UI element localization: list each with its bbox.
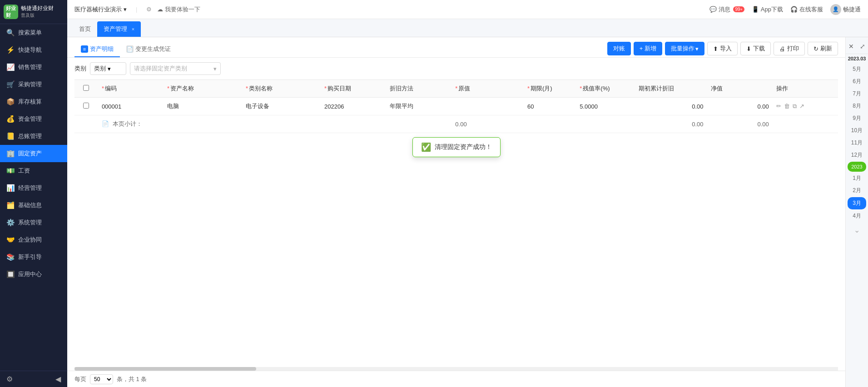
subtotal-empty-3 <box>576 115 635 133</box>
app-download-button[interactable]: 📱 App下载 <box>752 5 783 14</box>
nav-label-finance: 资金管理 <box>18 115 42 123</box>
sub-tab-asset-list[interactable]: ≡ 资产明细 <box>74 42 120 57</box>
enterprise-icon: 🤝 <box>6 236 15 244</box>
operation-icon: 📊 <box>6 184 15 192</box>
row-name: 电脑 <box>164 98 242 115</box>
app-version: 普及版 <box>21 12 54 19</box>
month-9[interactable]: 9月 <box>846 112 868 124</box>
panel-close-icon[interactable]: ✕ <box>848 43 854 50</box>
toast-notification: ✅ 清理固定资产成功！ <box>412 137 501 157</box>
category-input[interactable]: 请选择固定资产类别 ▾ <box>130 62 221 75</box>
horizontal-scrollbar[interactable] <box>74 367 838 371</box>
asset-table: *编码 *资产名称 *类别名称 *购买日期 折旧方法 *原值 *期限(月) *残… <box>74 79 838 133</box>
copy-icon[interactable]: ⧉ <box>793 103 797 110</box>
row-period: 60 <box>524 98 576 115</box>
user-avatar[interactable]: 👤 畅捷通 <box>830 4 861 15</box>
row-actions: ✏ 🗑 ⧉ ↗ <box>773 98 838 115</box>
nav-label-app-center: 应用中心 <box>18 270 42 278</box>
online-service-button[interactable]: 🎧 在线客服 <box>790 5 823 14</box>
panel-expand-icon[interactable]: ⤢ <box>860 43 865 50</box>
th-method: 折旧方法 <box>386 80 451 98</box>
row-category: 电子设备 <box>242 98 321 115</box>
inventory-icon: 📦 <box>6 98 15 106</box>
sub-tab-change-voucher[interactable]: 📄 变更生成凭证 <box>120 42 177 57</box>
nav-item-finance[interactable]: 💰 资金管理 <box>0 110 67 128</box>
delete-icon[interactable]: 🗑 <box>784 103 790 110</box>
nav-item-quick[interactable]: ⚡ 快捷导航 <box>0 41 67 59</box>
settings-icon[interactable]: ⚙ <box>6 375 13 383</box>
month-8[interactable]: 8月 <box>846 100 868 112</box>
nav-item-system[interactable]: ⚙️ 系统管理 <box>0 214 67 231</box>
tab-asset-label: 资产管理 <box>104 25 127 32</box>
category-value: 类别 <box>94 64 106 73</box>
more-icon[interactable]: ↗ <box>799 103 804 110</box>
category-select[interactable]: 类别 ▾ <box>90 62 126 75</box>
nav-item-inventory[interactable]: 📦 库存核算 <box>0 93 67 110</box>
purchase-icon: 🛒 <box>6 80 15 89</box>
nav-item-ledger[interactable]: 📒 总账管理 <box>0 128 67 145</box>
import-button[interactable]: ⬆ 导入 <box>707 42 738 55</box>
scrollbar-thumb[interactable] <box>74 367 256 371</box>
message-button[interactable]: 💬 消息 99+ <box>709 5 744 14</box>
message-label: 消息 <box>719 5 730 14</box>
edit-icon[interactable]: ✏ <box>776 103 781 110</box>
sub-tab-asset-list-label: 资产明细 <box>90 45 114 53</box>
per-page-select[interactable]: 50 100 200 <box>90 374 113 384</box>
tab-home[interactable]: 首页 <box>73 21 97 37</box>
ledger-icon: 📒 <box>6 132 15 140</box>
nav-item-operation[interactable]: 📊 经营管理 <box>0 179 67 197</box>
month-7[interactable]: 7月 <box>846 88 868 100</box>
print-button[interactable]: 🖨 打印 <box>774 42 805 55</box>
month-12[interactable]: 12月 <box>846 149 868 161</box>
nav-item-enterprise[interactable]: 🤝 企业协同 <box>0 231 67 248</box>
nav-item-salary[interactable]: 💵 工资 <box>0 162 67 179</box>
nav-item-app-center[interactable]: 🔲 应用中心 <box>0 266 67 283</box>
settings-gear-icon[interactable]: ⚙ <box>146 6 152 13</box>
quick-nav-icon: ⚡ <box>6 46 15 54</box>
content-area: ≡ 资产明细 📄 变更生成凭证 对账 + 新增 批量操作 ▾ ⬆ <box>67 37 868 387</box>
subtotal-accum: 0.00 <box>635 115 707 133</box>
filter-bar: 类别 类别 ▾ 请选择固定资产类别 ▾ <box>67 58 845 79</box>
nav-item-sales[interactable]: 📈 销售管理 <box>0 59 67 76</box>
subtotal-empty-2 <box>524 115 576 133</box>
tab-close-icon[interactable]: × <box>132 26 134 32</box>
download-button[interactable]: ⬇ 下载 <box>740 42 771 55</box>
select-all-checkbox[interactable] <box>83 85 89 91</box>
nav-item-fixed-asset[interactable]: 🏢 固定资产 <box>0 145 67 162</box>
month-3-current[interactable]: 3月 <box>848 197 866 209</box>
nav-label-inventory: 库存核算 <box>18 98 42 106</box>
search-icon: 🔍 <box>6 29 15 37</box>
th-residual: *残值率(%) <box>576 80 635 98</box>
experience-button[interactable]: ☁ 我要体验一下 <box>157 5 200 14</box>
reconcile-button[interactable]: 对账 <box>607 42 631 55</box>
new-button[interactable]: + 新增 <box>634 42 662 55</box>
category-label: 类别 <box>74 64 86 73</box>
basic-icon: 🗂️ <box>6 201 15 209</box>
th-accum: 期初累计折旧 <box>635 80 707 98</box>
row-checkbox[interactable] <box>83 103 89 109</box>
nav-item-guide[interactable]: 📚 新手引导 <box>0 248 67 266</box>
company-selector[interactable]: 医疗器械行业演示 ▾ <box>74 5 127 14</box>
tab-asset-management[interactable]: 资产管理 × <box>97 21 141 37</box>
nav-item-purchase[interactable]: 🛒 采购管理 <box>0 76 67 93</box>
collapse-icon[interactable]: ◀ <box>55 375 61 383</box>
nav-item-search[interactable]: 🔍 搜索菜单 <box>0 24 67 41</box>
refresh-button[interactable]: ↻ 刷新 <box>808 42 838 55</box>
year-marker-2023[interactable]: 2023 <box>848 162 866 172</box>
month-11[interactable]: 11月 <box>846 137 868 149</box>
month-2[interactable]: 2月 <box>846 184 868 197</box>
month-4[interactable]: 4月 <box>846 210 868 222</box>
month-5[interactable]: 5月 <box>846 63 868 75</box>
batch-ops-button[interactable]: 批量操作 ▾ <box>665 42 704 55</box>
per-page-label: 每页 <box>74 375 86 383</box>
subtotal-original: 0.00 <box>451 115 524 133</box>
panel-year-label: 2023.03 <box>845 54 868 63</box>
nav-item-basic[interactable]: 🗂️ 基础信息 <box>0 197 67 214</box>
th-name: *资产名称 <box>164 80 242 98</box>
month-1[interactable]: 1月 <box>846 172 868 184</box>
month-6[interactable]: 6月 <box>846 75 868 88</box>
row-method: 年限平均 <box>386 98 451 115</box>
avatar-icon: 👤 <box>830 4 841 15</box>
topbar-divider: | <box>136 6 137 13</box>
month-10[interactable]: 10月 <box>846 124 868 137</box>
